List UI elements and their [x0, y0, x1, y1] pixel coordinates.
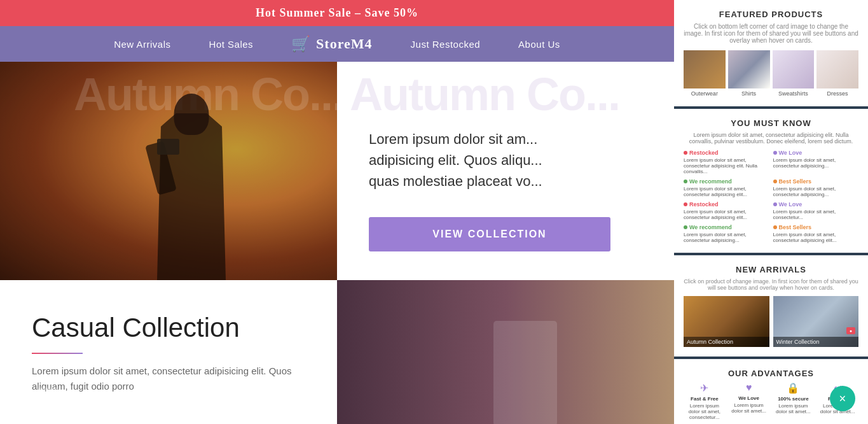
featured-item-shirts[interactable]: Shirts: [728, 50, 770, 97]
hero-text-content: Lorem ipsum dolor sit am... adipisicing …: [369, 90, 642, 251]
nav-link-hot-sales[interactable]: Hot Sales: [209, 39, 254, 50]
sidebar-you-must-know: YOU MUST KNOW Lorem ipsum dolor sit amet…: [674, 109, 868, 253]
hero-area: Autumn Co... Autumn Co...: [0, 62, 674, 424]
must-know-restocked-1: Restocked Lorem ipsum dolor sit amet, co…: [684, 150, 769, 174]
hero-left-panel: Autumn Co...: [0, 62, 337, 280]
casual-divider: [32, 353, 83, 354]
hero-body-text: Lorem ipsum dolor sit am... adipisicing …: [369, 129, 642, 192]
must-know-text-best-sellers-2: Lorem ipsum dolor sit amet, consectetur …: [773, 232, 859, 243]
must-know-title: YOU MUST KNOW: [684, 118, 858, 128]
dot-icon-green: [684, 180, 687, 183]
hero-prev-button[interactable]: ‹: [13, 388, 32, 407]
woman-silhouette: [478, 295, 573, 424]
must-know-text-restocked-1: Lorem ipsum dolor sit amet, consectetur …: [684, 157, 769, 174]
advantage-title-secure: 100% secure: [773, 396, 815, 402]
must-know-label-recommend-2: We recommend: [684, 224, 769, 230]
sale-banner: Hot Summer Sale – Save 50%: [0, 0, 674, 26]
must-know-label-restocked-2: Restocked: [684, 201, 769, 208]
main-content: Hot Summer Sale – Save 50% New Arrivals …: [0, 0, 674, 424]
featured-label-sweatshirts: Sweatshirts: [773, 90, 815, 97]
arrival-btn-winter[interactable]: ●: [846, 327, 855, 334]
featured-item-dresses[interactable]: Dresses: [816, 50, 858, 97]
navbar-brand[interactable]: 🛒 StoreM4: [291, 35, 372, 53]
dot-icon-orange: [773, 180, 777, 183]
featured-products-subtitle: Click on bottom left corner of card imag…: [684, 23, 858, 44]
must-know-label-we-love-1: We Love: [773, 150, 859, 156]
nav-link-about-us[interactable]: About Us: [518, 39, 560, 50]
advantage-secure: 🔒 100% secure Lorem ipsum dolor sit amet…: [773, 382, 815, 420]
advantages-title: OUR ADVANTAGES: [684, 369, 858, 378]
must-know-text-we-love-2: Lorem ipsum dolor sit amet, consectetur.…: [773, 209, 859, 220]
must-know-label-best-sellers-2: Best Sellers: [773, 224, 859, 230]
advantage-title-we-love: We Love: [728, 395, 770, 401]
cart-icon: 🛒: [291, 35, 311, 53]
arrival-item-winter[interactable]: Winter Collection ●: [773, 296, 859, 347]
featured-label-outwear: Outerwear: [684, 90, 726, 97]
dot-icon-purple-2: [773, 202, 777, 206]
arrival-caption-autumn: Autumn Collection: [684, 337, 769, 347]
must-know-subtitle: Lorem ipsum dolor sit amet, consectetur …: [684, 132, 858, 145]
bottom-row: Casual Collection Lorem ipsum dolor sit …: [0, 280, 674, 424]
brand-name: StoreM4: [316, 36, 372, 52]
advantage-title-fast-free: Fast & Free: [684, 396, 726, 402]
featured-label-shirts: Shirts: [728, 90, 770, 97]
navbar: New Arrivals Hot Sales 🛒 StoreM4 Just Re…: [0, 26, 674, 62]
nav-link-new-arrivals[interactable]: New Arrivals: [114, 39, 170, 50]
must-know-recommend-2: We recommend Lorem ipsum dolor sit amet,…: [684, 224, 769, 243]
view-collection-button[interactable]: VIEW COLLECTION: [369, 217, 610, 251]
featured-products-grid: Outerwear Shirts Sweatshirts Dresses: [684, 50, 858, 97]
featured-item-sweatshirts[interactable]: Sweatshirts: [773, 50, 815, 97]
advantage-fast-free: ✈ Fast & Free Lorem ipsum dolor sit amet…: [684, 382, 726, 420]
must-know-text-recommend-2: Lorem ipsum dolor sit amet, consectetur …: [684, 232, 769, 243]
advantage-text-secure: Lorem ipsum dolor sit amet...: [773, 403, 815, 414]
casual-right-image: [337, 280, 674, 424]
new-arrivals-desc: Click on product of change image. In fir…: [684, 278, 858, 291]
casual-collection-title: Casual Collection: [32, 313, 305, 343]
dot-icon-purple: [773, 151, 777, 155]
featured-label-dresses: Dresses: [816, 90, 858, 97]
sidebar-close-button[interactable]: ×: [830, 386, 855, 411]
dot-icon-green-2: [684, 225, 687, 229]
hero-next-button[interactable]: ›: [38, 388, 57, 407]
must-know-label-we-love-2: We Love: [773, 201, 859, 208]
sale-banner-text: Hot Summer Sale – Save 50%: [256, 6, 418, 19]
dot-icon-2: [684, 202, 687, 206]
arrival-item-autumn[interactable]: Autumn Collection: [684, 296, 769, 347]
heart-icon: ♥: [728, 382, 770, 393]
must-know-label-recommend-1: We recommend: [684, 178, 769, 185]
sidebar-new-arrivals: NEW ARRIVALS Click on product of change …: [674, 255, 868, 357]
must-know-grid: Restocked Lorem ipsum dolor sit amet, co…: [684, 150, 858, 243]
must-know-text-we-love-1: Lorem ipsum dolor sit amet, consectetur …: [773, 157, 859, 169]
hero-right-panel: Autumn Co... Lorem ipsum dolor sit am...…: [337, 62, 674, 280]
advantage-we-love: ♥ We Love Lorem ipsum dolor sit amet...: [728, 382, 770, 420]
must-know-we-love-2: We Love Lorem ipsum dolor sit amet, cons…: [773, 201, 859, 220]
arrival-caption-winter: Winter Collection: [773, 337, 859, 347]
sidebar: FEATURED PRODUCTS Click on bottom left c…: [674, 0, 868, 424]
must-know-restocked-2: Restocked Lorem ipsum dolor sit amet, co…: [684, 201, 769, 220]
must-know-label-restocked-1: Restocked: [684, 150, 769, 156]
hero-row: Autumn Co... Autumn Co...: [0, 62, 674, 280]
dot-icon: [684, 151, 687, 155]
casual-collection-text: Lorem ipsum dolor sit amet, consectetur …: [32, 364, 305, 394]
new-arrivals-grid: Autumn Collection Winter Collection ●: [684, 296, 858, 347]
advantage-text-we-love: Lorem ipsum dolor sit amet...: [728, 402, 770, 414]
must-know-best-sellers-1: Best Sellers Lorem ipsum dolor sit amet,…: [773, 178, 859, 197]
new-arrivals-title: NEW ARRIVALS: [684, 265, 858, 274]
photographer-silhouette: [134, 83, 249, 280]
must-know-text-recommend-1: Lorem ipsum dolor sit amet, consectetur …: [684, 186, 769, 197]
fast-free-icon: ✈: [684, 382, 726, 394]
must-know-text-best-sellers-1: Lorem ipsum dolor sit amet, consectetur …: [773, 186, 859, 197]
must-know-recommend-1: We recommend Lorem ipsum dolor sit amet,…: [684, 178, 769, 197]
featured-item-outwear[interactable]: Outerwear: [684, 50, 726, 97]
sidebar-featured-products: FEATURED PRODUCTS Click on bottom left c…: [674, 0, 868, 106]
advantage-text-fast-free: Lorem ipsum dolor sit amet, consectetur.…: [684, 403, 726, 420]
must-know-we-love-1: We Love Lorem ipsum dolor sit amet, cons…: [773, 150, 859, 174]
lock-icon: 🔒: [773, 382, 815, 394]
must-know-best-sellers-2: Best Sellers Lorem ipsum dolor sit amet,…: [773, 224, 859, 243]
featured-products-title: FEATURED PRODUCTS: [684, 10, 858, 19]
nav-link-just-restocked[interactable]: Just Restocked: [411, 39, 481, 50]
must-know-label-best-sellers-1: Best Sellers: [773, 178, 859, 185]
dot-icon-orange-2: [773, 225, 777, 229]
must-know-text-restocked-2: Lorem ipsum dolor sit amet, consectetur …: [684, 209, 769, 220]
